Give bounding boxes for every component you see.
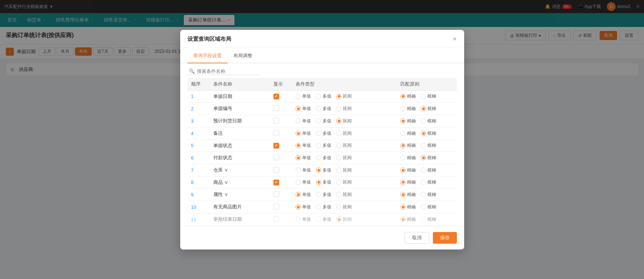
- display-checkbox[interactable]: [273, 143, 279, 149]
- display-checkbox[interactable]: [273, 216, 279, 222]
- radio-label: 模糊: [427, 216, 436, 223]
- type-radio-item[interactable]: 单值: [296, 106, 311, 112]
- principle-radio-item[interactable]: 精确: [400, 130, 416, 137]
- radio-dot: [316, 180, 321, 185]
- cell-display[interactable]: [270, 213, 292, 225]
- cell-display[interactable]: [270, 90, 292, 102]
- cell-display[interactable]: [270, 140, 292, 152]
- radio-label: 区间: [343, 106, 352, 112]
- principle-radio-item[interactable]: 模糊: [421, 179, 436, 185]
- type-radio-item[interactable]: 多值: [316, 93, 331, 99]
- dialog-tab-layout[interactable]: 布局调整: [228, 49, 258, 63]
- principle-radio-item[interactable]: 精确: [400, 192, 416, 198]
- display-checkbox[interactable]: [273, 180, 279, 185]
- cell-condition-name: 单据编号: [210, 102, 269, 115]
- type-radio-item[interactable]: 单值: [296, 216, 311, 223]
- principle-radio-item[interactable]: 模糊: [421, 106, 436, 112]
- display-checkbox[interactable]: [273, 94, 279, 99]
- type-radio-item[interactable]: 区间: [336, 93, 352, 99]
- principle-radio-item[interactable]: 模糊: [421, 93, 436, 99]
- cell-condition-name: 商品 ∨: [210, 176, 269, 188]
- cell-match-principle: 精确模糊: [397, 152, 457, 164]
- type-radio-item[interactable]: 多值: [316, 106, 331, 112]
- type-radio-item[interactable]: 多值: [316, 142, 331, 149]
- type-radio-item[interactable]: 多值: [316, 179, 331, 185]
- type-radio-item[interactable]: 单值: [296, 204, 311, 210]
- type-radio-item[interactable]: 单值: [296, 155, 311, 161]
- type-radio-item[interactable]: 单值: [296, 192, 311, 198]
- radio-label: 区间: [343, 204, 352, 210]
- display-checkbox[interactable]: [273, 191, 279, 197]
- type-radio-item[interactable]: 多值: [316, 155, 331, 161]
- radio-label: 精确: [407, 192, 416, 198]
- type-radio-item[interactable]: 单值: [296, 142, 311, 149]
- save-button[interactable]: 保存: [433, 232, 457, 244]
- cell-match-principle: 精确模糊: [397, 90, 457, 102]
- principle-radio-item[interactable]: 精确: [400, 93, 416, 99]
- display-checkbox[interactable]: [273, 154, 279, 160]
- type-radio-item[interactable]: 多值: [316, 167, 331, 173]
- type-radio-item[interactable]: 单值: [296, 118, 311, 124]
- type-radio-item[interactable]: 区间: [336, 142, 352, 149]
- principle-radio-item[interactable]: 精确: [400, 179, 416, 185]
- type-radio-item[interactable]: 区间: [336, 167, 352, 173]
- cell-display[interactable]: [270, 201, 292, 213]
- type-radio-item[interactable]: 多值: [316, 204, 331, 210]
- radio-dot: [316, 217, 321, 222]
- radio-dot: [336, 155, 341, 160]
- cell-display[interactable]: [270, 164, 292, 176]
- type-radio-item[interactable]: 区间: [336, 216, 352, 223]
- principle-radio-item[interactable]: 模糊: [421, 204, 436, 210]
- dialog-tab-query-fields[interactable]: 查询字段设置: [187, 49, 228, 63]
- display-checkbox[interactable]: [273, 130, 279, 136]
- search-input[interactable]: [197, 68, 255, 74]
- type-radio-item[interactable]: 单值: [296, 130, 311, 137]
- display-checkbox[interactable]: [273, 167, 279, 173]
- display-checkbox[interactable]: [273, 204, 279, 209]
- type-radio-item[interactable]: 区间: [336, 155, 352, 161]
- principle-radio-item[interactable]: 精确: [400, 118, 416, 124]
- type-radio-item[interactable]: 多值: [316, 118, 331, 124]
- cell-order: 11: [187, 213, 210, 225]
- radio-dot: [316, 192, 321, 197]
- type-radio-item[interactable]: 多值: [316, 192, 331, 198]
- type-radio-item[interactable]: 区间: [336, 130, 352, 137]
- type-radio-item[interactable]: 单值: [296, 93, 311, 99]
- type-radio-item[interactable]: 区间: [336, 204, 352, 210]
- principle-radio-item[interactable]: 精确: [400, 155, 416, 161]
- principle-radio-item[interactable]: 模糊: [421, 118, 436, 124]
- cell-display[interactable]: [270, 152, 292, 164]
- principle-radio-item[interactable]: 模糊: [421, 192, 436, 198]
- type-radio-item[interactable]: 单值: [296, 167, 311, 173]
- display-checkbox[interactable]: [273, 105, 279, 111]
- principle-radio-item[interactable]: 模糊: [421, 130, 436, 137]
- cell-order: 4: [187, 127, 210, 140]
- principle-radio-group: 精确模糊: [400, 130, 453, 137]
- cancel-button[interactable]: 取消: [404, 232, 429, 244]
- principle-radio-item[interactable]: 精确: [400, 106, 416, 112]
- display-checkbox[interactable]: [273, 118, 279, 123]
- principle-radio-item[interactable]: 精确: [400, 216, 416, 223]
- type-radio-item[interactable]: 多值: [316, 130, 331, 137]
- cell-display[interactable]: [270, 127, 292, 140]
- principle-radio-item[interactable]: 模糊: [421, 216, 436, 223]
- principle-radio-item[interactable]: 模糊: [421, 155, 436, 161]
- type-radio-item[interactable]: 区间: [336, 106, 352, 112]
- cell-display[interactable]: [270, 188, 292, 201]
- type-radio-item[interactable]: 区间: [336, 179, 352, 185]
- principle-radio-item[interactable]: 精确: [400, 204, 416, 210]
- type-radio-item[interactable]: 区间: [336, 192, 352, 198]
- principle-radio-item[interactable]: 模糊: [421, 167, 436, 173]
- principle-radio-item[interactable]: 精确: [400, 142, 416, 149]
- principle-radio-item[interactable]: 模糊: [421, 142, 436, 149]
- type-radio-item[interactable]: 单值: [296, 179, 311, 185]
- principle-radio-item[interactable]: 精确: [400, 167, 416, 173]
- type-radio-item[interactable]: 多值: [316, 216, 331, 223]
- dialog-close-button[interactable]: ×: [453, 36, 457, 42]
- cell-display[interactable]: [270, 115, 292, 127]
- cell-display[interactable]: [270, 176, 292, 188]
- cell-display[interactable]: [270, 102, 292, 115]
- radio-label: 精确: [407, 106, 416, 112]
- type-radio-item[interactable]: 区间: [336, 118, 352, 124]
- type-radio-group: 单值多值区间: [296, 118, 393, 124]
